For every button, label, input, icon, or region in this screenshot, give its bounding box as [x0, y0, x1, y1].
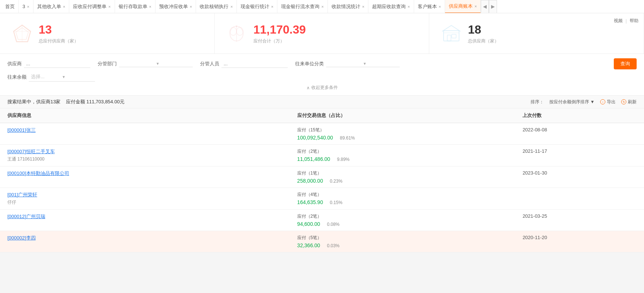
supplier-link[interactable]: [000100]本特勤油品有限公司	[7, 170, 283, 177]
supplier-link[interactable]: [000001]张三	[7, 127, 283, 134]
supplier-link[interactable]: [000002]李四	[7, 235, 283, 241]
close-icon[interactable]: ×	[149, 4, 151, 9]
last-pay-date: 2021-03-25	[522, 213, 547, 219]
help-link[interactable]: 帮助	[630, 18, 638, 24]
balance-select[interactable]: 选择... ▼	[29, 72, 95, 82]
close-icon[interactable]: ×	[407, 4, 410, 9]
close-icon[interactable]: ×	[439, 4, 441, 9]
payable-total-amount: 11,170.39	[253, 23, 306, 37]
filter-dept: 分管部门 ▼	[98, 61, 193, 67]
nav-tab-overdue-ar[interactable]: 超期应收款查询 ×	[368, 0, 414, 13]
nav-tab-prepay-offset[interactable]: 预收冲应收单 ×	[155, 0, 196, 13]
nav-tab-bank-deposit[interactable]: 银行存取款单 ×	[115, 0, 155, 13]
amount-value: 94,600.00	[297, 221, 320, 227]
nav-tab-cash-bank-flow[interactable]: 现金银行流水查询 ×	[277, 0, 328, 13]
last-pay-cell: 2021-03-25	[515, 210, 644, 231]
nav-tab-3[interactable]: 3 ×	[19, 0, 34, 13]
trans-label: 应付（4笔）	[297, 192, 508, 198]
nav-tab-other-income[interactable]: 其他收入单 ×	[34, 0, 69, 13]
total-suppliers-label: 总供应商（家）	[468, 38, 499, 44]
col-trans-info: 应付交易信息（占比）	[290, 108, 515, 123]
close-icon[interactable]: ×	[271, 4, 273, 9]
trans-label: 应付（1笔）	[297, 170, 508, 176]
video-link[interactable]: 视频	[614, 18, 623, 24]
chevron-down-icon: ▼	[590, 99, 595, 104]
nav-tab-home[interactable]: 首页	[1, 0, 19, 13]
nav-tab-cash-bank-stats[interactable]: 现金银行统计 ×	[237, 0, 277, 13]
payable-suppliers-count: 13	[39, 23, 78, 37]
table-row: [001]广州荣轩仔仔 应付（4笔） 164,635.90 0.15%	[0, 188, 644, 210]
nav-right-arrow[interactable]: ▶	[489, 0, 497, 13]
query-button[interactable]: 查询	[614, 58, 637, 69]
percent-value: 0.03%	[327, 243, 340, 248]
supplier-link[interactable]: [001]广州荣轩	[7, 192, 283, 198]
percent-value: 89.61%	[340, 135, 355, 141]
table-wrapper: 供应商信息 应付交易信息（占比） 上次付数 [000001]张三 应付（15笔）…	[0, 108, 644, 252]
nav-tab-customer-ledger[interactable]: 客户账本 ×	[414, 0, 445, 13]
table-row: [000001]张三 应付（15笔） 100,092,540.00 89.61%…	[0, 123, 644, 145]
supplier-link[interactable]: [000012]广州贝瑞	[7, 213, 283, 220]
close-icon[interactable]: ×	[362, 4, 364, 9]
category-label: 往来单位分类	[295, 61, 324, 67]
close-icon[interactable]: ×	[230, 4, 232, 9]
refresh-button[interactable]: ↻ 刷新	[621, 99, 637, 105]
percent-value: 0.15%	[330, 200, 342, 205]
chevron-down-icon: ▼	[62, 75, 93, 79]
nav-tab-collection-exec[interactable]: 收款核销执行 ×	[196, 0, 237, 13]
filter-area: 供应商 分管部门 ▼ 分管人员 往来单位分类 ▼ 查询 往来余额 选择	[0, 54, 644, 96]
supplier-info-cell: [000007]恒旺二手叉车王通 17106110000	[0, 145, 290, 166]
category-select[interactable]: ▼	[326, 61, 400, 67]
supplier-link[interactable]: [000007]恒旺二手叉车	[7, 148, 283, 155]
svg-rect-10	[447, 35, 451, 41]
close-icon[interactable]: ×	[475, 4, 477, 8]
close-icon[interactable]: ×	[190, 4, 192, 9]
last-pay-cell: 2020-11-20	[515, 231, 644, 252]
payable-suppliers-text: 13 总应付供应商（家）	[39, 23, 78, 44]
table-row: [000100]本特勤油品有限公司 应付（1笔） 258,000.00 0.23…	[0, 166, 644, 188]
dept-select[interactable]: ▼	[119, 61, 193, 67]
supplier-sub: 仔仔	[7, 199, 283, 206]
payable-suppliers-label: 总应付供应商（家）	[39, 38, 78, 44]
svg-point-8	[236, 25, 237, 27]
table-row: [000012]广州贝瑞 应付（2笔） 94,600.00 0.08% 2021…	[0, 210, 644, 231]
trans-label: 应付（2笔）	[297, 148, 508, 155]
trans-info-cell: 应付（2笔） 11,051,486.00 9.89%	[290, 145, 515, 166]
export-button[interactable]: ○ 导出	[600, 99, 616, 105]
supplier-info-cell: [000001]张三	[0, 123, 290, 145]
result-bar: 搜索结果中，供应商13家 应付金额 111,703,854.00元 排序： 按应…	[0, 96, 644, 108]
trans-info-cell: 应付（5笔） 32,366.00 0.03%	[290, 231, 515, 252]
close-icon[interactable]: ×	[27, 4, 29, 9]
nav-left-arrow[interactable]: ◀	[481, 0, 489, 13]
sort-select[interactable]: 按应付余额倒序排序 ▼	[549, 99, 595, 105]
close-icon[interactable]: ×	[108, 4, 111, 9]
supplier-info-cell: [000012]广州贝瑞	[0, 210, 290, 231]
percent-value: 0.23%	[330, 179, 342, 184]
close-icon[interactable]: ×	[63, 4, 65, 9]
nav-tab-ar-ap-adjust[interactable]: 应收应付调整单 ×	[69, 0, 115, 13]
supplier-input[interactable]	[24, 60, 90, 68]
summary-item-payable-total: 11,170.39 应付合计（万）	[215, 13, 430, 54]
total-suppliers-count: 18	[468, 23, 499, 37]
person-label: 分管人员	[200, 61, 219, 67]
last-pay-cell: 2021-11-17	[515, 145, 644, 166]
table-row: [000002]李四 应付（5笔） 32,366.00 0.03% 2020-1…	[0, 231, 644, 252]
trans-info-cell: 应付（15笔） 100,092,540.00 89.61%	[290, 123, 515, 145]
total-suppliers-text: 18 总供应商（家）	[468, 23, 499, 44]
close-icon[interactable]: ×	[321, 4, 323, 9]
top-right-links: 视频 | 帮助	[614, 18, 638, 24]
person-input[interactable]	[221, 60, 288, 68]
collapse-button[interactable]: ∧ 收起更多条件	[7, 85, 637, 91]
amount-value: 164,635.90	[297, 199, 323, 205]
filter-category: 往来单位分类 ▼	[295, 61, 400, 67]
filter-row-1: 供应商 分管部门 ▼ 分管人员 往来单位分类 ▼ 查询	[7, 58, 637, 69]
trans-info-cell: 应付（4笔） 164,635.90 0.15%	[290, 188, 515, 210]
table-header: 供应商信息 应付交易信息（占比） 上次付数	[0, 108, 644, 123]
result-actions: 排序： 按应付余额倒序排序 ▼ ○ 导出 ↻ 刷新	[531, 99, 637, 105]
percent-value: 9.89%	[337, 157, 350, 162]
supplier-info-cell: [001]广州荣轩仔仔	[0, 188, 290, 210]
svg-point-5	[230, 27, 237, 35]
diamond-icon	[11, 23, 33, 45]
nav-tab-supplier-ledger[interactable]: 供应商账本 ×	[445, 0, 481, 13]
nav-tab-collection-stats[interactable]: 收款情况统计 ×	[328, 0, 368, 13]
last-pay-cell	[515, 188, 644, 210]
